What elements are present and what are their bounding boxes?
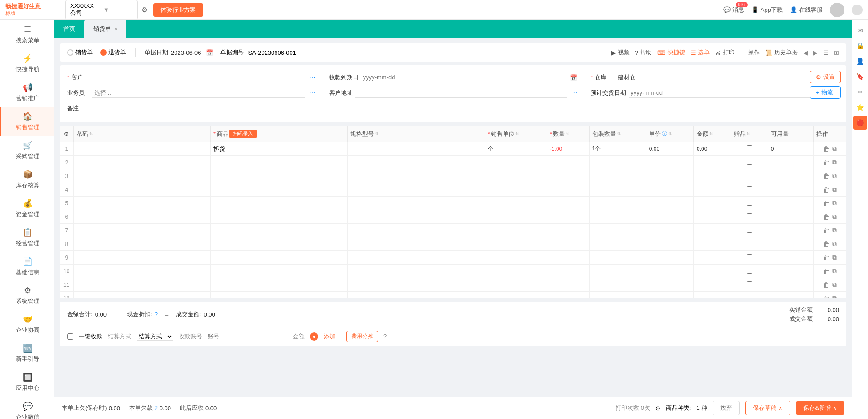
radio-sales[interactable]: 销货单	[67, 48, 93, 57]
copy-icon[interactable]: ⧉	[832, 226, 837, 234]
app-download-item[interactable]: 📱 App下载	[752, 6, 783, 14]
settings-icon[interactable]: ⚙	[141, 5, 148, 14]
delete-icon[interactable]: 🗑	[823, 241, 829, 248]
product-input[interactable]	[213, 268, 344, 275]
product-input[interactable]	[213, 213, 344, 220]
spec-input[interactable]	[350, 227, 481, 234]
copy-icon[interactable]: ⧉	[832, 254, 837, 261]
cell-spec[interactable]	[348, 278, 485, 292]
gift-checkbox[interactable]	[747, 213, 752, 219]
copy-icon[interactable]: ⧉	[832, 199, 837, 207]
cell-pkg-qty[interactable]	[589, 169, 646, 183]
copy-icon[interactable]: ⧉	[832, 159, 837, 166]
cell-amount[interactable]	[694, 251, 731, 265]
cell-qty[interactable]	[547, 265, 589, 278]
cell-pkg-qty[interactable]	[589, 237, 646, 251]
cell-pkg-qty[interactable]	[589, 210, 646, 224]
cell-unit[interactable]	[485, 278, 547, 292]
gift-checkbox[interactable]	[747, 227, 752, 233]
spec-input[interactable]	[350, 145, 481, 152]
cell-product[interactable]	[210, 169, 347, 183]
cell-amount[interactable]	[694, 183, 731, 197]
spec-input[interactable]	[350, 281, 481, 288]
toolbar-video[interactable]: ▶ 视频	[611, 48, 630, 57]
delete-icon[interactable]: 🗑	[823, 295, 829, 299]
delete-icon[interactable]: 🗑	[823, 186, 829, 193]
cell-gift[interactable]	[731, 278, 768, 292]
debt-info-icon[interactable]: ?	[155, 405, 158, 411]
copy-icon[interactable]: ⧉	[832, 172, 837, 180]
payment-help-icon[interactable]: ?	[383, 333, 387, 340]
online-service-item[interactable]: 👤 在线客服	[790, 6, 823, 14]
cell-pkg-qty[interactable]	[589, 292, 646, 299]
spec-input[interactable]	[350, 186, 481, 193]
spec-input[interactable]	[350, 254, 481, 261]
cell-amount[interactable]	[694, 265, 731, 278]
barcode-input[interactable]	[77, 159, 208, 166]
barcode-input[interactable]	[77, 227, 208, 234]
th-unit-price-info[interactable]: ⓘ	[662, 130, 667, 138]
cell-qty[interactable]: -1.00	[547, 142, 589, 156]
barcode-input[interactable]	[77, 281, 208, 288]
company-selector[interactable]: XXXXXX公司 ▼	[65, 0, 138, 19]
product-input[interactable]	[213, 200, 344, 207]
sidebar-item-search[interactable]: ☰ 搜索菜单	[0, 20, 54, 49]
right-panel-star[interactable]: ⭐	[853, 101, 867, 114]
cell-qty[interactable]	[547, 156, 589, 169]
cell-pkg-qty[interactable]	[589, 156, 646, 169]
account-input[interactable]	[208, 333, 284, 340]
cell-barcode[interactable]	[73, 251, 210, 265]
toolbar-ops[interactable]: ⋯ 操作	[740, 48, 760, 57]
add-payment-btn[interactable]: ●	[310, 332, 318, 341]
spec-input[interactable]	[350, 173, 481, 179]
th-unit-price-sort[interactable]: ⇅	[668, 131, 672, 136]
sidebar-item-biz[interactable]: 📋 经营管理	[0, 223, 54, 252]
sidebar-item-sys[interactable]: ⚙ 系统管理	[0, 281, 54, 310]
customer-input[interactable]	[92, 72, 305, 82]
nav-left-icon[interactable]: ◀	[803, 49, 808, 56]
cell-gift[interactable]	[731, 224, 768, 237]
cell-spec[interactable]	[348, 197, 485, 210]
cell-amount[interactable]	[694, 292, 731, 299]
copy-icon[interactable]: ⧉	[832, 186, 837, 193]
sidebar-item-purchase[interactable]: 🛒 采购管理	[0, 136, 54, 165]
product-input[interactable]	[213, 186, 344, 193]
sidebar-item-inventory[interactable]: 📦 库存核算	[0, 165, 54, 194]
cell-unit-price[interactable]	[646, 265, 693, 278]
right-panel-edit[interactable]: ✏	[853, 85, 867, 99]
cell-gift[interactable]	[731, 183, 768, 197]
cell-qty[interactable]	[547, 237, 589, 251]
sidebar-item-quick-nav[interactable]: ⚡ 快捷导航	[0, 49, 54, 78]
cell-spec[interactable]	[348, 265, 485, 278]
customer-addr-input[interactable]	[355, 88, 567, 98]
th-spec-sort[interactable]: ⇅	[375, 131, 378, 136]
cell-product[interactable]	[210, 197, 347, 210]
nav-right-icon[interactable]: ▶	[813, 49, 818, 56]
product-input[interactable]	[213, 254, 344, 261]
cell-qty[interactable]	[547, 292, 589, 299]
cell-barcode[interactable]	[73, 224, 210, 237]
cell-amount[interactable]	[694, 156, 731, 169]
one-click-checkbox[interactable]	[67, 333, 73, 340]
cell-product[interactable]	[210, 142, 347, 156]
spec-input[interactable]	[350, 268, 481, 275]
delete-icon[interactable]: 🗑	[823, 254, 829, 261]
delete-icon[interactable]: 🗑	[823, 213, 829, 221]
cell-unit-price[interactable]	[646, 292, 693, 299]
cell-unit[interactable]	[485, 197, 547, 210]
tab-home[interactable]: 首页	[54, 20, 84, 38]
cell-unit-price[interactable]	[646, 183, 693, 197]
delete-icon[interactable]: 🗑	[823, 200, 829, 207]
cell-unit[interactable]	[485, 237, 547, 251]
barcode-input[interactable]	[77, 254, 208, 261]
gift-checkbox[interactable]	[747, 200, 752, 206]
cell-gift[interactable]	[731, 251, 768, 265]
cell-unit[interactable]	[485, 251, 547, 265]
cell-qty[interactable]	[547, 224, 589, 237]
cell-qty[interactable]	[547, 183, 589, 197]
cell-gift[interactable]	[731, 169, 768, 183]
right-panel-bookmark[interactable]: 🔖	[853, 70, 867, 83]
payment-due-calendar[interactable]: 📅	[570, 74, 577, 81]
cell-barcode[interactable]	[73, 156, 210, 169]
cell-barcode[interactable]	[73, 265, 210, 278]
